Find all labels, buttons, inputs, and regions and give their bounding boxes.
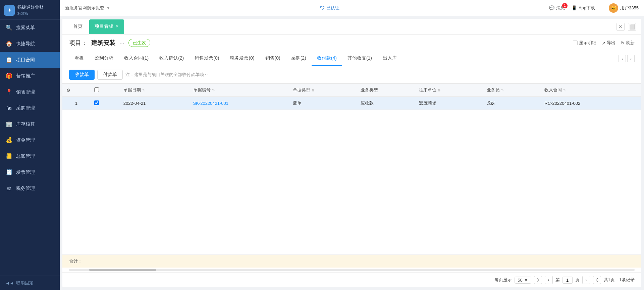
subtab-profit[interactable]: 盈利分析	[89, 51, 119, 66]
settings-icon[interactable]: ⚙	[66, 88, 70, 93]
unpin-label: 取消固定	[16, 280, 34, 286]
sidebar-item-quicknav[interactable]: 🏠 快捷导航	[0, 36, 60, 52]
sidebar-label-sales: 销售管理	[16, 89, 35, 95]
app-download-button[interactable]: 📱 App下载	[572, 5, 595, 11]
user-menu[interactable]: 🐱 用户3355	[609, 3, 639, 13]
tab-close-icon[interactable]: ✕	[115, 24, 119, 29]
prev-page-button[interactable]: ‹	[545, 276, 553, 284]
subtab-other-income[interactable]: 其他收支(1)	[342, 51, 377, 66]
per-page-label: 每页显示	[494, 277, 512, 283]
message-button[interactable]: 💬 消息 1	[549, 5, 565, 11]
sidebar-item-finance[interactable]: 💰 资金管理	[0, 132, 60, 148]
maximize-window-button[interactable]: ⬜	[628, 23, 636, 31]
sidebar-label-quicknav: 快捷导航	[16, 41, 35, 47]
per-page-dropdown-icon[interactable]: ▼	[524, 278, 528, 283]
scrollbar-track[interactable]	[69, 269, 635, 271]
unpin-button[interactable]: ◄◄ 取消固定	[0, 276, 60, 290]
row-number[interactable]: SK-20220421-001	[189, 97, 289, 110]
project-label: 项目：	[69, 39, 87, 47]
row-checkbox[interactable]	[94, 100, 99, 105]
table-header: ⚙ 单据日期 ⇅ 单据编号	[62, 84, 641, 97]
subtab-income-confirm[interactable]: 收入确认(2)	[154, 51, 189, 66]
sidebar-item-tax[interactable]: ⚖ 税务管理	[0, 180, 60, 197]
sidebar-label-inventory: 库存核算	[16, 121, 35, 127]
tab-project-board[interactable]: 项目看板 ✕	[89, 19, 124, 34]
th-checkbox[interactable]	[90, 84, 119, 97]
sidebar-item-purchase[interactable]: 🛍 采购管理	[0, 100, 60, 116]
account-dropdown-icon[interactable]: ▼	[106, 6, 110, 10]
page-number-input[interactable]	[562, 277, 573, 284]
receipt-toggle[interactable]: 收款单	[69, 70, 95, 80]
th-number-label: 单据编号	[193, 87, 211, 93]
subtab-tax-invoice[interactable]: 税务发票(0)	[224, 51, 260, 66]
refresh-label: 刷新	[626, 40, 635, 46]
sort-type-icon[interactable]: ⇅	[312, 88, 314, 92]
phone-icon: 📱	[572, 5, 577, 10]
show-detail-label: 显示明细	[579, 40, 596, 46]
avatar: 🐱	[609, 3, 618, 13]
sidebar-label-ledger: 总账管理	[16, 153, 35, 159]
export-button[interactable]: ↗ 导出	[602, 40, 615, 46]
sidebar-label-finance: 资金管理	[16, 137, 35, 143]
show-detail-toggle[interactable]: 显示明细	[573, 40, 596, 46]
sort-salesperson-icon[interactable]: ⇅	[501, 88, 504, 92]
sort-date-icon[interactable]: ⇅	[142, 88, 145, 92]
select-all-checkbox[interactable]	[94, 87, 99, 92]
payment-toggle[interactable]: 付款单	[97, 70, 123, 80]
sidebar-item-invoice[interactable]: 🧾 发票管理	[0, 164, 60, 180]
first-page-button[interactable]: ⟨⟨	[534, 276, 542, 284]
sidebar-nav: 🔍 搜索菜单 🏠 快捷导航 📋 项目合同 🎁 营销推广 📍 销售管理 🛍 采购管…	[0, 20, 60, 276]
next-page-button[interactable]: ›	[582, 276, 590, 284]
subtab-warehouse[interactable]: 出入库	[377, 51, 402, 66]
refresh-button[interactable]: ↻ 刷新	[621, 40, 635, 46]
per-page-value: 50	[518, 278, 522, 283]
subtab-prev-button[interactable]: ‹	[619, 55, 626, 62]
sidebar-item-project[interactable]: 📋 项目合同	[0, 52, 60, 68]
home-icon: 🏠	[5, 40, 13, 48]
row-checkbox-cell[interactable]	[90, 97, 119, 110]
sidebar-item-marketing[interactable]: 🎁 营销推广	[0, 68, 60, 84]
table-row[interactable]: 1 2022-04-21 SK-20220421-001 蓝单 应收款 宏茂商场…	[62, 97, 641, 110]
row-seq: 1	[62, 97, 90, 110]
horizontal-scrollbar[interactable]	[62, 268, 641, 272]
th-date-label: 单据日期	[123, 87, 141, 93]
row-salesperson: 龙妹	[483, 97, 540, 110]
tab-project-board-label: 项目看板	[95, 23, 113, 29]
subtab-kanban[interactable]: 看板	[69, 51, 89, 66]
subtab-next-button[interactable]: ›	[627, 55, 635, 62]
account-selector[interactable]: 新服务官网演示账套 ▼	[65, 5, 110, 11]
sidebar-logo: ✦ 畅捷通好业财 标准版	[0, 0, 60, 20]
data-table: ⚙ 单据日期 ⇅ 单据编号	[62, 83, 641, 110]
sidebar-item-sales[interactable]: 📍 销售管理	[0, 84, 60, 100]
refresh-icon: ↻	[621, 41, 625, 46]
th-date: 单据日期 ⇅	[119, 84, 189, 97]
project-icon: 📋	[5, 56, 13, 64]
subtab-sales-invoice[interactable]: 销售发票(0)	[189, 51, 224, 66]
inventory-icon: 🏢	[5, 121, 13, 128]
per-page-select[interactable]: 50 ▼	[515, 277, 531, 284]
row-number-link[interactable]: SK-20220421-001	[193, 101, 229, 106]
sidebar-item-search[interactable]: 🔍 搜索菜单	[0, 20, 60, 36]
show-detail-checkbox[interactable]	[573, 41, 578, 45]
subtab-sales[interactable]: 销售(0)	[260, 51, 286, 66]
close-window-button[interactable]: ✕	[616, 23, 625, 31]
row-income-contract: RC-20220401-002	[540, 97, 641, 110]
scrollbar-thumb[interactable]	[89, 269, 156, 271]
sort-income-contract-icon[interactable]: ⇅	[563, 88, 566, 92]
sidebar-item-ledger[interactable]: 📒 总账管理	[0, 148, 60, 164]
subtab-receipts[interactable]: 收付款(4)	[312, 51, 342, 66]
last-page-button[interactable]: ⟩⟩	[593, 276, 601, 284]
project-more-icon[interactable]: ···	[119, 40, 124, 47]
sort-partner-icon[interactable]: ⇅	[438, 88, 440, 92]
table-area: ⚙ 单据日期 ⇅ 单据编号	[62, 83, 641, 255]
tab-home[interactable]: 首页	[68, 19, 88, 35]
subtab-nav: ‹ ›	[619, 55, 635, 62]
subtab-income-contract[interactable]: 收入合同(1)	[119, 51, 154, 66]
subtab-purchase[interactable]: 采购(2)	[286, 51, 312, 66]
sort-number-icon[interactable]: ⇅	[212, 88, 215, 92]
th-type: 单据类型 ⇅	[289, 84, 357, 97]
sidebar-item-inventory[interactable]: 🏢 库存核算	[0, 116, 60, 132]
topbar-actions: 💬 消息 1 📱 App下载 🐱 用户3355	[549, 3, 639, 13]
th-settings[interactable]: ⚙	[62, 84, 90, 97]
app-name: 畅捷通好业财	[17, 5, 44, 10]
